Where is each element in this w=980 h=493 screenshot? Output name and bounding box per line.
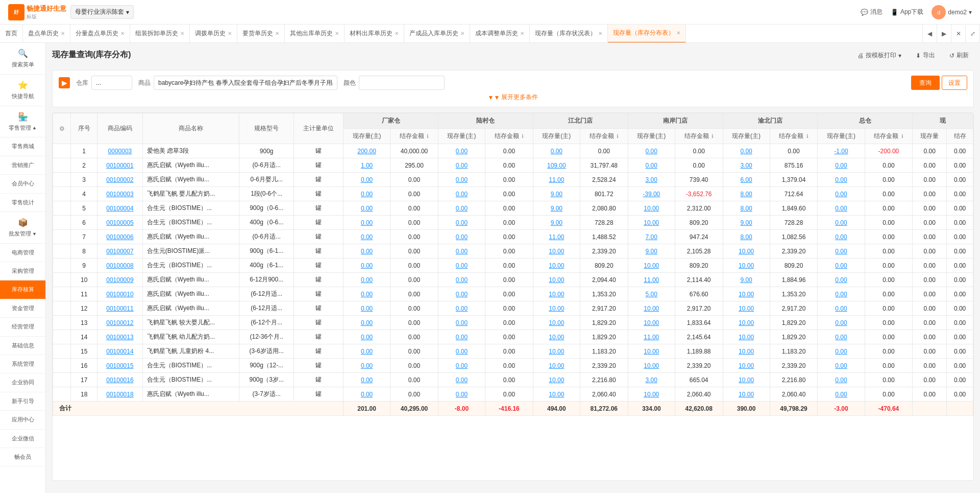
sidebar-label-weixin: 企业微信 bbox=[12, 435, 34, 442]
expand-conditions-btn[interactable]: ▼▼ 展开更多条件 bbox=[488, 93, 538, 102]
tab-transfer-close[interactable]: ✕ bbox=[228, 31, 232, 36]
tab-material-out-close[interactable]: ✕ bbox=[395, 31, 399, 36]
tab-home[interactable]: 首页 bbox=[0, 25, 23, 43]
tab-product-in-close[interactable]: ✕ bbox=[460, 31, 464, 36]
tab-stock-status-close[interactable]: ✕ bbox=[598, 31, 602, 36]
sidebar-item-weixin[interactable]: 企业微信 bbox=[0, 430, 45, 448]
sidebar-item-wholesale[interactable]: 📦 批发管理 ▼ bbox=[0, 212, 45, 244]
tab-material-out[interactable]: 材料出库单历史 ✕ bbox=[345, 25, 404, 43]
sidebar-item-retail-stat[interactable]: 零售统计 bbox=[0, 194, 45, 212]
sidebar-item-guide[interactable]: 新手引导 bbox=[0, 392, 45, 411]
refresh-btn[interactable]: ↺ 刷新 bbox=[944, 49, 974, 62]
top-bar: 好 畅捷通好生意 标版 母婴行业演示陈套 ▾ 💬 消息 📱 App下载 d de… bbox=[0, 0, 980, 25]
tab-home-label: 首页 bbox=[5, 29, 17, 38]
tab-inventory-sub[interactable]: 分量盘点单历史 ✕ bbox=[70, 25, 130, 43]
tab-demand[interactable]: 要货单历史 ✕ bbox=[237, 25, 285, 43]
expand-filter-btn[interactable]: ▶ bbox=[59, 77, 70, 88]
sidebar-item-search[interactable]: 🔍 搜索英单 bbox=[0, 43, 45, 75]
tab-inventory-sub-close[interactable]: ✕ bbox=[120, 31, 125, 36]
row-total-amt: 0.00 bbox=[865, 230, 913, 244]
row-w1-stock: 0.00 bbox=[344, 273, 390, 287]
sidebar-item-base[interactable]: 基础信息 bbox=[0, 337, 45, 355]
retail-icon: 🏪 bbox=[18, 111, 28, 123]
row-total-stock: 0.00 bbox=[818, 230, 865, 244]
tab-close-all-btn[interactable]: ✕ bbox=[951, 25, 966, 43]
action-bar: 🖨 按模板打印 ▾ ⬇ 导出 ↺ 刷新 bbox=[852, 49, 974, 62]
tab-assemble[interactable]: 组装拆卸单历史 ✕ bbox=[130, 25, 190, 43]
sidebar-item-nav[interactable]: ⭐ 快捷导航 bbox=[0, 75, 45, 106]
row-settings bbox=[53, 158, 71, 173]
row-w5-stock: 10.00 bbox=[723, 301, 770, 316]
warehouse-input[interactable] bbox=[91, 76, 132, 90]
sidebar-item-retail[interactable]: 🏪 零售管理 ▲ bbox=[0, 106, 45, 138]
row-extra-amt: 0.00 bbox=[947, 259, 973, 273]
row-w5-amt: 875.16 bbox=[770, 158, 818, 173]
app-download-btn[interactable]: 📱 App下载 bbox=[891, 8, 923, 16]
row-no: 16 bbox=[71, 359, 97, 373]
sidebar-item-ops[interactable]: 经营管理 bbox=[0, 318, 45, 336]
row-code: 00100003 bbox=[97, 187, 143, 201]
row-w1-amt: 0.00 bbox=[390, 201, 438, 216]
row-w4-stock: 10.00 bbox=[628, 387, 675, 402]
row-extra-stock: 0.00 bbox=[913, 287, 947, 301]
row-no: 17 bbox=[71, 373, 97, 387]
row-code: 00100004 bbox=[97, 201, 143, 216]
tab-prev-btn[interactable]: ◀ bbox=[923, 25, 937, 43]
user-menu[interactable]: d demo2 ▾ bbox=[932, 5, 972, 19]
sidebar-item-appstore[interactable]: 应用中心 bbox=[0, 411, 45, 429]
sidebar-item-purchase[interactable]: 采购管理 bbox=[0, 262, 45, 280]
tab-inventory-single-close[interactable]: ✕ bbox=[61, 31, 65, 36]
row-name: 惠氏启赋（Wyeth illu... bbox=[142, 387, 239, 402]
row-settings bbox=[53, 144, 71, 158]
print-btn[interactable]: 🖨 按模板打印 ▾ bbox=[852, 49, 906, 62]
row-code: 00100012 bbox=[97, 316, 143, 330]
sidebar-item-marketing[interactable]: 营销推广 bbox=[0, 156, 45, 175]
tab-stock-dist[interactable]: 现存量（库存分布表） ✕ bbox=[608, 25, 686, 43]
row-total-stock: 0.00 bbox=[818, 173, 865, 187]
sidebar-item-retail-shop[interactable]: 零售商城 bbox=[0, 137, 45, 156]
tab-other-out-close[interactable]: ✕ bbox=[335, 31, 339, 36]
sidebar-item-ecommerce[interactable]: 电商管理 bbox=[0, 244, 45, 262]
sidebar-item-system[interactable]: 系统管理 bbox=[0, 355, 45, 373]
tab-transfer[interactable]: 调拨单历史 ✕ bbox=[190, 25, 237, 43]
sidebar-item-members[interactable]: 畅会员 bbox=[0, 448, 45, 466]
tab-cost-adjust[interactable]: 成本调整单历史 ✕ bbox=[470, 25, 530, 43]
row-w5-amt: 1,353.20 bbox=[770, 287, 818, 301]
sidebar-item-member[interactable]: 会员中心 bbox=[0, 175, 45, 193]
col-warehouse-3: 江北门店 bbox=[533, 113, 628, 129]
sidebar-label-ecommerce: 电商管理 bbox=[12, 249, 34, 256]
row-spec: (3-6岁适用... bbox=[239, 344, 293, 359]
tab-product-in[interactable]: 产成品入库单历史 ✕ bbox=[404, 25, 470, 43]
search-btn[interactable]: 查询 bbox=[911, 76, 940, 90]
tab-inventory-single[interactable]: 盘点单历史 ✕ bbox=[23, 25, 70, 43]
tab-stock-dist-close[interactable]: ✕ bbox=[676, 30, 680, 36]
export-btn[interactable]: ⬇ 导出 bbox=[911, 49, 940, 62]
row-w4-amt: 1,833.64 bbox=[675, 316, 723, 330]
tab-inventory-single-label: 盘点单历史 bbox=[28, 29, 59, 38]
row-w4-stock: 10.00 bbox=[628, 316, 675, 330]
tab-next-btn[interactable]: ▶ bbox=[937, 25, 951, 43]
tab-cost-adjust-close[interactable]: ✕ bbox=[520, 31, 524, 36]
sidebar-item-finance[interactable]: 资金管理 bbox=[0, 299, 45, 318]
total-w2-amt: -416.16 bbox=[485, 402, 533, 416]
color-input[interactable] bbox=[359, 76, 445, 90]
sidebar-item-collab[interactable]: 企业协同 bbox=[0, 373, 45, 392]
message-btn[interactable]: 💬 消息 bbox=[861, 8, 883, 16]
refresh-icon: ↺ bbox=[949, 52, 954, 59]
tab-maximize-btn[interactable]: ⤢ bbox=[966, 25, 980, 43]
col-settings[interactable]: ⚙ bbox=[53, 113, 71, 144]
goods-input[interactable] bbox=[154, 76, 337, 90]
tab-other-out-label: 其他出库单历史 bbox=[290, 29, 333, 38]
tab-stock-status[interactable]: 现存量（库存状况表） ✕ bbox=[530, 25, 608, 43]
sidebar-item-stock[interactable]: 库存核算 bbox=[0, 280, 45, 299]
row-total-stock: 0.00 bbox=[818, 273, 865, 287]
tab-demand-close[interactable]: ✕ bbox=[275, 31, 279, 36]
tab-product-in-label: 产成品入库单历史 bbox=[409, 29, 458, 38]
tab-assemble-close[interactable]: ✕ bbox=[180, 31, 184, 36]
nav-dropdown[interactable]: 母婴行业演示陈套 ▾ bbox=[70, 5, 134, 19]
row-spec: 400g（0-6... bbox=[239, 216, 293, 230]
setting-btn[interactable]: 设置 bbox=[942, 76, 967, 90]
tab-other-out[interactable]: 其他出库单历史 ✕ bbox=[285, 25, 345, 43]
row-w4-stock: 9.00 bbox=[628, 244, 675, 259]
row-w3-amt: 801.72 bbox=[580, 187, 628, 201]
